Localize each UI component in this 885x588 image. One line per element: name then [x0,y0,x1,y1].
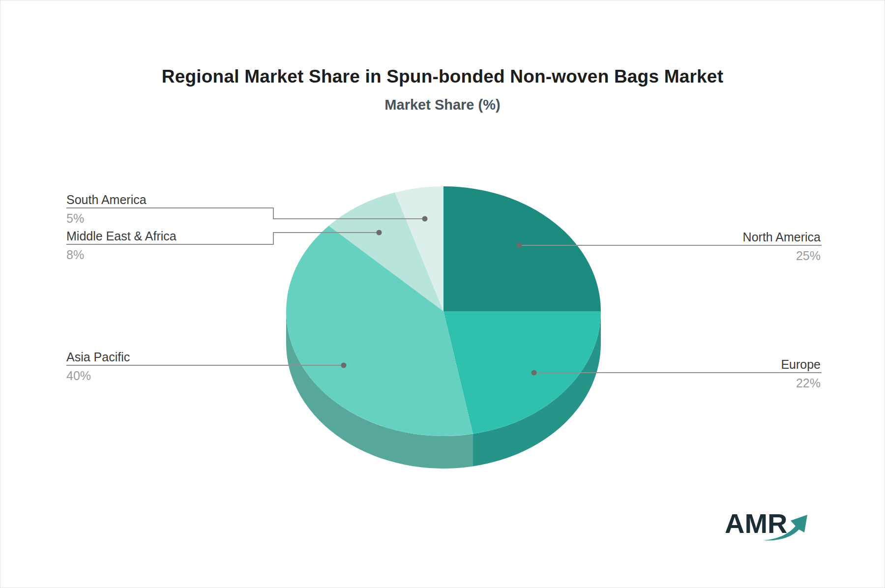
slice-label: Europe [781,357,821,372]
slice-percent: 40% [66,368,130,383]
callout-north-america: North America 25% [743,230,821,263]
slice-percent: 22% [781,376,821,390]
leader-dot-europe [531,370,537,376]
leader-dot-middle-east-africa [377,230,382,235]
leader-dot-asia-pacific [341,363,347,368]
pie-slice-north-america [443,186,601,311]
slice-percent: 8% [66,247,177,262]
pie-chart [0,0,885,588]
slice-label: North America [743,230,821,244]
amr-logo-arrow-icon [760,511,809,545]
slice-label: South America [66,192,147,207]
slice-label: Middle East & Africa [66,229,177,243]
leader-dot-north-america [517,243,522,248]
chart-canvas: Regional Market Share in Spun-bonded Non… [0,0,885,588]
callout-asia-pacific: Asia Pacific 40% [66,350,130,383]
leader-dot-south-america [422,216,428,222]
slice-label: Asia Pacific [66,350,130,364]
callout-europe: Europe 22% [781,357,821,390]
callout-south-america: South America 5% [66,192,147,226]
slice-percent: 5% [66,211,147,226]
callout-middle-east-africa: Middle East & Africa 8% [66,229,177,262]
slice-percent: 25% [743,248,821,263]
